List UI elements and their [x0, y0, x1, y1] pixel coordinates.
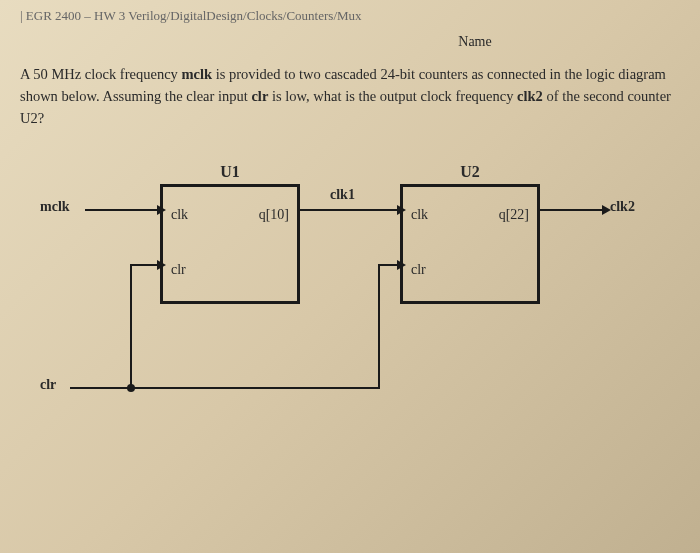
- wire: [378, 264, 380, 388]
- u1-title: U1: [220, 163, 240, 181]
- q-text: A 50 MHz clock frequency: [20, 66, 181, 82]
- counter-u1: U1 clk q[10] clr: [160, 184, 300, 304]
- arrow-icon: [157, 205, 166, 215]
- arrow-icon: [397, 260, 406, 270]
- u2-pin-clr: clr: [411, 262, 426, 278]
- question-text: A 50 MHz clock frequency mclk is provide…: [20, 64, 680, 129]
- wire: [85, 209, 160, 211]
- arrow-icon: [397, 205, 406, 215]
- q-mclk: mclk: [181, 66, 212, 82]
- signal-clk2: clk2: [610, 199, 635, 215]
- u2-pin-clk: clk: [411, 207, 428, 223]
- arrow-icon: [157, 260, 166, 270]
- name-label: Name: [20, 34, 680, 50]
- wire: [540, 209, 605, 211]
- wire-node: [127, 384, 135, 392]
- u2-title: U2: [460, 163, 480, 181]
- arrow-icon: [602, 205, 611, 215]
- wire: [130, 264, 132, 388]
- signal-clr: clr: [40, 377, 56, 393]
- u2-pin-q: q[22]: [499, 207, 529, 223]
- u1-pin-clr: clr: [171, 262, 186, 278]
- course-header: | EGR 2400 – HW 3 Verilog/DigitalDesign/…: [20, 8, 680, 24]
- wire: [130, 264, 160, 266]
- wire: [70, 387, 380, 389]
- q-clr: clr: [251, 88, 268, 104]
- logic-diagram: U1 clk q[10] clr U2 clk q[22] clr mclk c…: [30, 159, 670, 409]
- counter-u2: U2 clk q[22] clr: [400, 184, 540, 304]
- q-text: is low, what is the output clock frequen…: [268, 88, 517, 104]
- signal-mclk: mclk: [40, 199, 70, 215]
- signal-clk1: clk1: [330, 187, 355, 203]
- worksheet-page: | EGR 2400 – HW 3 Verilog/DigitalDesign/…: [0, 0, 700, 553]
- u1-pin-q: q[10]: [259, 207, 289, 223]
- q-clk2: clk2: [517, 88, 543, 104]
- u1-pin-clk: clk: [171, 207, 188, 223]
- wire: [300, 209, 400, 211]
